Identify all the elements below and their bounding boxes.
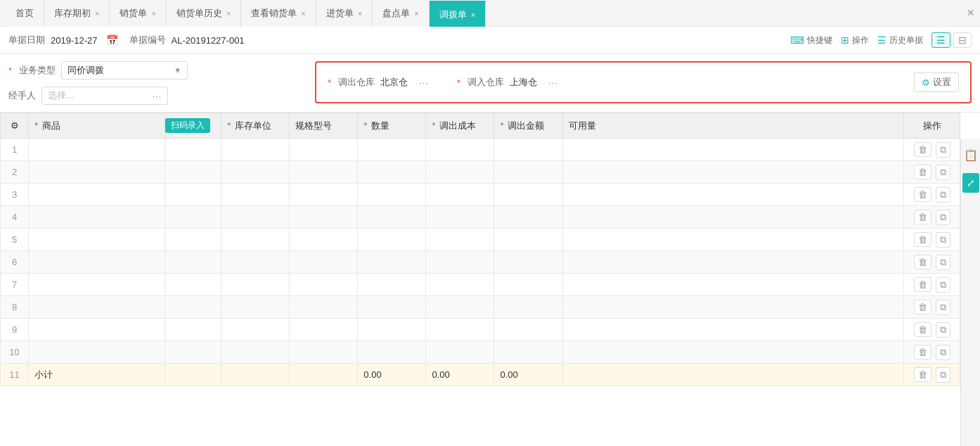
row-unit-5[interactable] (221, 229, 290, 251)
row-unit-3[interactable] (221, 184, 290, 206)
row-delete-btn-9[interactable]: 🗑 (914, 322, 931, 337)
row-spec-5[interactable] (290, 229, 358, 251)
row-qty-6[interactable] (358, 251, 426, 274)
row-unit-1[interactable] (221, 139, 290, 161)
row-delete-btn-1[interactable]: 🗑 (914, 142, 931, 157)
shortcut-btn[interactable]: ⌨ 快捷键 (790, 34, 832, 46)
layout-list-btn[interactable]: ☰ (931, 32, 950, 48)
row-copy-btn-10[interactable]: ⧉ (936, 345, 950, 360)
row-spec-10[interactable] (290, 341, 358, 364)
row-spec-2[interactable] (290, 161, 358, 184)
row-spec-7[interactable] (290, 274, 358, 296)
row-cost-6[interactable] (426, 251, 494, 274)
warehouse-out-more-btn[interactable]: ··· (419, 77, 429, 88)
row-product-11[interactable]: 小计 (29, 364, 165, 386)
row-delete-btn-6[interactable]: 🗑 (914, 255, 931, 269)
row-cost-2[interactable] (426, 161, 494, 184)
handler-select[interactable]: 选择... ··· (41, 87, 168, 105)
row-qty-7[interactable] (358, 274, 426, 296)
calendar-icon[interactable]: 📅 (106, 34, 118, 46)
row-product-7[interactable] (29, 274, 165, 296)
settings-button[interactable]: ⚙ 设置 (914, 72, 959, 92)
row-spec-1[interactable] (290, 139, 358, 161)
tab-transfer-order[interactable]: 调拨单 × (430, 1, 486, 27)
row-unit-4[interactable] (221, 206, 290, 229)
row-product-1[interactable] (29, 139, 165, 161)
tab-inventory-init-close[interactable]: × (95, 9, 99, 18)
row-unit-10[interactable] (221, 341, 290, 364)
row-unit-6[interactable] (221, 251, 290, 274)
row-amount-2[interactable] (494, 161, 562, 184)
row-product-5[interactable] (29, 229, 165, 251)
row-copy-btn-5[interactable]: ⧉ (936, 232, 950, 248)
gear-header-icon[interactable]: ⚙ (11, 120, 19, 131)
row-cost-7[interactable] (426, 274, 494, 296)
row-product-6[interactable] (29, 251, 165, 274)
row-qty-1[interactable] (358, 139, 426, 161)
history-btn[interactable]: ☰ 历史单据 (877, 34, 923, 46)
tab-home[interactable]: 首页 (6, 0, 44, 27)
row-amount-11[interactable]: 0.00 (494, 364, 562, 386)
row-unit-2[interactable] (221, 161, 290, 184)
row-unit-8[interactable] (221, 296, 290, 319)
row-qty-5[interactable] (358, 229, 426, 251)
row-cost-4[interactable] (426, 206, 494, 229)
row-copy-btn-2[interactable]: ⧉ (936, 165, 950, 180)
row-cost-1[interactable] (426, 139, 494, 161)
row-cost-9[interactable] (426, 319, 494, 341)
row-product-4[interactable] (29, 206, 165, 229)
business-type-select[interactable]: 同价调拨 ▼ (61, 61, 188, 79)
row-amount-6[interactable] (494, 251, 562, 274)
row-delete-btn-5[interactable]: 🗑 (914, 232, 931, 247)
row-spec-8[interactable] (290, 296, 358, 319)
row-spec-9[interactable] (290, 319, 358, 341)
row-qty-11[interactable]: 0.00 (358, 364, 426, 386)
row-copy-btn-8[interactable]: ⧉ (936, 300, 950, 315)
window-close-btn[interactable]: × (967, 6, 974, 20)
row-amount-7[interactable] (494, 274, 562, 296)
row-unit-11[interactable] (221, 364, 290, 386)
row-delete-btn-10[interactable]: 🗑 (914, 345, 931, 359)
tab-sales-history[interactable]: 销货单历史 × (167, 0, 241, 27)
tab-purchase-order-close[interactable]: × (358, 9, 362, 18)
row-qty-8[interactable] (358, 296, 426, 319)
row-amount-4[interactable] (494, 206, 562, 229)
row-delete-btn-11[interactable]: 🗑 (914, 367, 931, 382)
tab-inventory-check[interactable]: 盘点单 × (373, 0, 429, 27)
row-copy-btn-6[interactable]: ⧉ (936, 255, 950, 270)
scan-barcode-btn[interactable]: 扫码录入 (165, 118, 210, 133)
layout-grid-btn[interactable]: ⊟ (953, 32, 972, 48)
row-cost-8[interactable] (426, 296, 494, 319)
row-copy-btn-4[interactable]: ⧉ (936, 210, 950, 225)
row-copy-btn-3[interactable]: ⧉ (936, 187, 950, 203)
row-amount-8[interactable] (494, 296, 562, 319)
row-amount-9[interactable] (494, 319, 562, 341)
row-product-3[interactable] (29, 184, 165, 206)
row-product-2[interactable] (29, 161, 165, 184)
row-delete-btn-7[interactable]: 🗑 (914, 277, 931, 292)
tab-inventory-init[interactable]: 库存期初 × (44, 0, 110, 27)
tab-sales-order[interactable]: 销货单 × (110, 0, 166, 27)
operation-btn[interactable]: ⊞ 操作 (841, 34, 869, 46)
row-amount-1[interactable] (494, 139, 562, 161)
tab-view-sales[interactable]: 查看销货单 × (241, 0, 316, 27)
sidebar-doc-btn[interactable]: 📋 (962, 145, 979, 165)
row-delete-btn-8[interactable]: 🗑 (914, 300, 931, 314)
row-amount-3[interactable] (494, 184, 562, 206)
row-spec-4[interactable] (290, 206, 358, 229)
row-qty-3[interactable] (358, 184, 426, 206)
tab-purchase-order[interactable]: 进货单 × (316, 0, 373, 27)
row-amount-10[interactable] (494, 341, 562, 364)
row-qty-9[interactable] (358, 319, 426, 341)
row-copy-btn-9[interactable]: ⧉ (936, 322, 950, 338)
row-copy-btn-7[interactable]: ⧉ (936, 277, 950, 293)
row-qty-10[interactable] (358, 341, 426, 364)
row-delete-btn-2[interactable]: 🗑 (914, 165, 931, 179)
row-delete-btn-4[interactable]: 🗑 (914, 210, 931, 224)
tab-sales-order-close[interactable]: × (151, 9, 155, 18)
row-copy-btn-11[interactable]: ⧉ (936, 367, 950, 383)
handler-more-btn[interactable]: ··· (152, 91, 162, 101)
tab-transfer-order-close[interactable]: × (471, 11, 475, 19)
tab-inventory-check-close[interactable]: × (414, 9, 418, 18)
row-unit-9[interactable] (221, 319, 290, 341)
